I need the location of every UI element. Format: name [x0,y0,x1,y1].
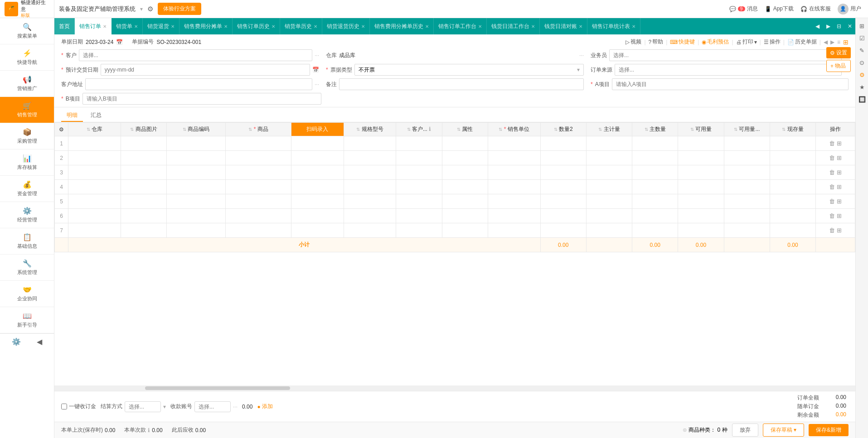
tab-cash-reconcile-close[interactable]: ✕ [579,24,582,29]
row-main-qty-2[interactable] [632,151,678,165]
row-name-7[interactable] [226,223,291,238]
row-unit-5[interactable] [488,194,540,209]
row-qty2-4[interactable] [540,180,586,194]
row-stock-6[interactable] [770,209,815,223]
user-profile[interactable]: 👤 用户 [838,4,861,14]
row-available-7[interactable] [678,223,724,238]
row-spec-7[interactable] [344,223,396,238]
sidebar-item-search[interactable]: 🔍 搜索菜单 [0,18,54,44]
calendar-icon[interactable]: 📅 [116,39,123,45]
row-available-3[interactable] [678,165,724,180]
row-qty2-7[interactable] [540,223,586,238]
row-warehouse-2[interactable] [68,151,121,165]
tab-expense-history[interactable]: 销售费用分摊单历史 ✕ [370,18,434,34]
row-copy-2[interactable]: ⊞ [837,154,842,161]
scrollbar-thumb[interactable] [145,386,290,390]
row-warehouse-1[interactable] [68,136,121,151]
row-image-5[interactable] [121,194,166,209]
row-stock-7[interactable] [770,223,815,238]
row-unit-7[interactable] [488,223,540,238]
invoice-select[interactable]: 不开票 ▾ [354,64,584,76]
row-stock-3[interactable] [770,165,815,180]
row-customer-code-3[interactable] [396,165,442,180]
settle-method-input[interactable] [125,401,161,412]
tab-detail[interactable]: 明细 [61,110,83,122]
row-available-4[interactable] [678,180,724,194]
solution-button[interactable]: 体验行业方案 [158,3,201,15]
col-available[interactable]: ⇅ 可用量 [678,123,724,136]
operation-action[interactable]: ☰ 操作 [764,38,781,46]
tab-home[interactable]: 首页 [54,18,75,34]
col-scan[interactable]: 扫码录入 [291,123,344,136]
row-available-1[interactable] [678,136,724,151]
sidebar-item-sales[interactable]: 🛒 销售管理 [0,97,54,123]
row-available-5[interactable] [678,194,724,209]
row-main-unit-5[interactable] [586,194,632,209]
row-customer-code-7[interactable] [396,223,442,238]
row-code-7[interactable] [166,223,225,238]
row-delete-4[interactable]: 🗑 [829,183,835,190]
project-b-input[interactable] [82,93,321,105]
sidebar-item-finance[interactable]: 💰 资金管理 [0,176,54,202]
row-customer-code-6[interactable] [396,209,442,223]
row-copy-7[interactable]: ⊞ [837,227,842,234]
row-copy-1[interactable]: ⊞ [837,140,842,147]
row-attr-1[interactable] [442,136,488,151]
row-delete-2[interactable]: 🗑 [829,154,835,161]
tab-summary[interactable]: 汇总 [85,110,107,122]
row-qty2-6[interactable] [540,209,586,223]
tab-sales-return-close[interactable]: ✕ [171,24,175,29]
prev-record-btn[interactable]: ◀ [824,39,828,45]
col-stock[interactable]: ⇅ 现存量 [770,123,815,136]
row-spec-6[interactable] [344,209,396,223]
quick-settle-checkbox[interactable] [61,404,67,409]
tab-return-history-close[interactable]: ✕ [361,24,365,29]
sidebar-item-system[interactable]: 🔧 系统管理 [0,255,54,281]
row-main-unit-6[interactable] [586,209,632,223]
tab-expense-history-close[interactable]: ✕ [425,24,429,29]
fullscreen-btn[interactable]: ⊞ [843,39,849,46]
right-panel-btn-3[interactable]: ✎ [857,45,868,56]
row-name-4[interactable] [226,180,291,194]
row-attr-6[interactable] [442,209,488,223]
row-available2-7[interactable] [724,223,770,238]
row-available2-2[interactable] [724,151,770,165]
row-image-7[interactable] [121,223,166,238]
sidebar-item-purchase[interactable]: 📦 采购管理 [0,123,54,149]
tab-sales-workbench[interactable]: 销售订单工作台 ✕ [434,18,487,34]
row-name-6[interactable] [226,209,291,223]
tab-close-all-btn[interactable]: ✕ [844,18,855,34]
address-input[interactable] [85,78,312,90]
table-container[interactable]: ⚙ ⇅ 仓库 ⇅ 商品图片 ⇅ [54,122,855,385]
message-center[interactable]: 💬 9 消息 [729,5,758,13]
current-due-icon[interactable]: ℹ [148,427,150,433]
col-attr[interactable]: ⇅ 属性 [442,123,488,136]
row-delete-6[interactable]: 🗑 [829,212,835,219]
row-available2-1[interactable] [724,136,770,151]
row-copy-3[interactable]: ⊞ [837,169,842,176]
tab-history-close[interactable]: ✕ [272,24,275,29]
row-unit-2[interactable] [488,151,540,165]
settings-gear-icon[interactable]: ⚙ [147,5,153,13]
right-panel-btn-6[interactable]: ★ [857,82,868,92]
tab-return-history[interactable]: 销货退货历史 ✕ [322,18,370,34]
row-spec-4[interactable] [344,180,396,194]
row-main-qty-5[interactable] [632,194,678,209]
col-settings[interactable]: ⚙ [55,123,68,136]
tab-sales-expense[interactable]: 销售费用分摊单 ✕ [179,18,233,34]
row-attr-4[interactable] [442,180,488,194]
settle-method-arrow[interactable]: ▾ [163,404,166,410]
tab-sales-goods[interactable]: 销货单 ✕ [112,18,143,34]
row-scan-1[interactable] [291,136,344,151]
col-spec[interactable]: ⇅ 规格型号 [344,123,396,136]
history-action[interactable]: 📄 历史单据 [787,38,817,46]
view-toggle-btn[interactable]: ≡ [837,39,840,45]
col-unit[interactable]: ⇅ * 销售单位 [488,123,540,136]
profit-forecast-action[interactable]: ◉ 毛利预估 [702,38,729,46]
sidebar-item-quick[interactable]: ⚡ 快捷导航 [0,44,54,71]
row-main-qty-4[interactable] [632,180,678,194]
online-service-btn[interactable]: 🎧 在线客服 [800,5,831,13]
row-available2-5[interactable] [724,194,770,209]
sidebar-item-operation[interactable]: ⚙️ 经营管理 [0,202,54,228]
row-spec-1[interactable] [344,136,396,151]
